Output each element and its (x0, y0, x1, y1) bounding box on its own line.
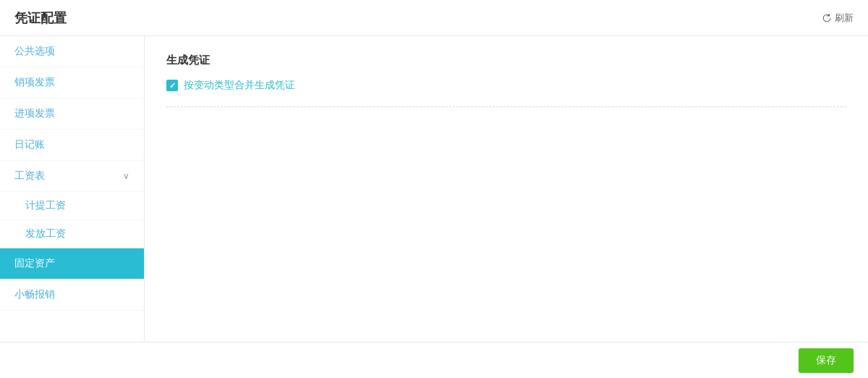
section-title: 生成凭证 (166, 54, 846, 67)
sidebar-item-label: 小畅报销 (14, 288, 55, 301)
sidebar-item-fixed-assets[interactable]: 固定资产 (0, 248, 144, 280)
sidebar-item-public-options[interactable]: 公共选项 (0, 36, 144, 67)
save-button[interactable]: 保存 (799, 348, 854, 373)
main-layout: 公共选项 销项发票 进项发票 日记账 工资表 ∨ 计提工资 发放工资 固定资产 … (0, 36, 868, 342)
sidebar-item-purchase-invoice[interactable]: 进项发票 (0, 98, 144, 130)
refresh-icon (822, 13, 832, 23)
sidebar-item-label: 进项发票 (14, 107, 55, 120)
sidebar-item-sales-invoice[interactable]: 销项发票 (0, 67, 144, 98)
page-footer: 保存 (0, 342, 868, 378)
page-header: 凭证配置 刷新 (0, 0, 868, 36)
chevron-down-icon: ∨ (123, 171, 129, 181)
sidebar-item-accrued-salary[interactable]: 计提工资 (0, 192, 144, 220)
sidebar-item-journal[interactable]: 日记账 (0, 130, 144, 161)
sidebar-item-label: 日记账 (14, 138, 45, 151)
sidebar-item-payroll-table[interactable]: 工资表 ∨ (0, 161, 144, 192)
checkbox-label: 按变动类型合并生成凭证 (184, 79, 295, 92)
refresh-label: 刷新 (835, 12, 854, 25)
sidebar-item-label: 计提工资 (25, 199, 66, 211)
merge-checkbox[interactable] (166, 80, 178, 91)
sidebar-item-label: 销项发票 (14, 76, 55, 89)
refresh-button[interactable]: 刷新 (822, 12, 854, 25)
checkbox-row[interactable]: 按变动类型合并生成凭证 (166, 79, 846, 92)
sidebar-item-label: 固定资产 (14, 257, 55, 270)
section-divider (166, 106, 846, 107)
sidebar-item-label: 工资表 (14, 169, 45, 182)
page-title: 凭证配置 (14, 9, 67, 27)
sidebar-item-label: 公共选项 (14, 45, 55, 58)
sidebar-item-paid-salary[interactable]: 发放工资 (0, 220, 144, 248)
sidebar-item-label: 发放工资 (25, 227, 66, 239)
content-area: 生成凭证 按变动类型合并生成凭证 (145, 36, 868, 342)
sidebar-item-petty-expense[interactable]: 小畅报销 (0, 280, 144, 311)
sidebar: 公共选项 销项发票 进项发票 日记账 工资表 ∨ 计提工资 发放工资 固定资产 … (0, 36, 145, 342)
